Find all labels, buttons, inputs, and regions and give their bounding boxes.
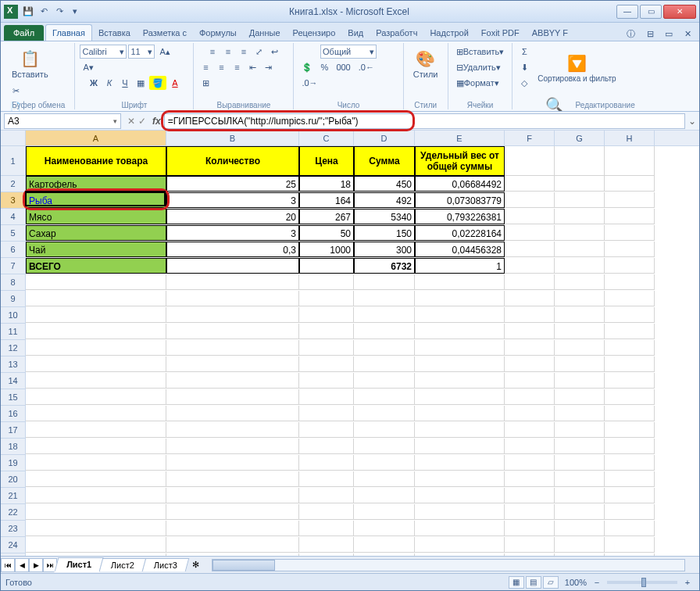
cell[interactable] <box>415 504 505 520</box>
sum-cell[interactable]: 5340 <box>354 209 415 224</box>
column-header-C[interactable]: C <box>299 131 354 145</box>
row-header-17[interactable]: 17 <box>1 422 26 439</box>
cell[interactable] <box>415 406 505 421</box>
cell[interactable] <box>354 340 415 356</box>
cell[interactable] <box>166 340 299 356</box>
comma-button[interactable]: 000 <box>333 60 353 74</box>
cell[interactable] <box>505 307 555 323</box>
sum-cell[interactable]: 300 <box>354 242 415 257</box>
cell[interactable] <box>505 521 555 536</box>
format-cells-button[interactable]: ▦ Формат ▾ <box>453 76 502 90</box>
ribbon-minimize-icon[interactable]: ⓘ <box>623 27 638 41</box>
cell[interactable] <box>555 242 605 257</box>
qat-redo[interactable]: ↷ <box>52 5 66 19</box>
cell[interactable] <box>555 340 605 356</box>
row-header-24[interactable]: 24 <box>1 537 26 553</box>
sheet-first-button[interactable]: ⏮ <box>1 558 15 572</box>
cell[interactable] <box>555 209 605 224</box>
weight-cell[interactable]: 0,02228164 <box>415 225 505 241</box>
cell[interactable] <box>605 340 655 356</box>
spreadsheet-grid[interactable]: 1Наименование товараКоличествоЦенаСуммаУ… <box>1 146 699 568</box>
cell[interactable] <box>299 307 354 323</box>
cell[interactable] <box>415 471 505 487</box>
cell[interactable] <box>605 406 655 421</box>
row-header-21[interactable]: 21 <box>1 488 26 504</box>
pagebreak-view-button[interactable]: ▱ <box>543 576 559 589</box>
header-cell[interactable]: Цена <box>299 146 354 176</box>
underline-button[interactable]: Ч <box>118 76 132 90</box>
cell[interactable] <box>505 225 555 241</box>
align-mid-button[interactable]: ≡ <box>221 45 235 59</box>
cell[interactable] <box>605 242 655 257</box>
cell[interactable] <box>505 373 555 389</box>
align-top-button[interactable]: ≡ <box>205 45 220 59</box>
cell[interactable] <box>26 471 166 487</box>
cell[interactable] <box>354 504 415 520</box>
cell[interactable] <box>26 307 166 323</box>
indent-inc-button[interactable]: ⇥ <box>261 60 275 74</box>
cell[interactable] <box>26 340 166 356</box>
cell[interactable] <box>166 422 299 438</box>
cell[interactable] <box>555 307 605 323</box>
qat-dropdown[interactable]: ▾ <box>68 5 82 19</box>
ribbon-tab-4[interactable]: Данные <box>243 25 287 41</box>
column-header-G[interactable]: G <box>555 131 605 145</box>
cell[interactable] <box>166 471 299 487</box>
name-cell[interactable]: Мясо <box>26 209 166 224</box>
weight-cell[interactable]: 0,793226381 <box>415 209 505 224</box>
cell[interactable] <box>354 455 415 471</box>
sum-cell[interactable]: 492 <box>354 192 415 208</box>
cell[interactable] <box>605 439 655 454</box>
ribbon-tab-3[interactable]: Формулы <box>193 25 243 41</box>
indent-dec-button[interactable]: ⇤ <box>245 60 259 74</box>
row-header-20[interactable]: 20 <box>1 471 26 488</box>
cell[interactable] <box>26 291 166 306</box>
close-button[interactable]: ✕ <box>663 5 696 19</box>
cell[interactable] <box>354 291 415 306</box>
header-cell[interactable]: Удельный вес от общей суммы <box>415 146 505 176</box>
row-header-7[interactable]: 7 <box>1 258 26 274</box>
header-cell[interactable]: Сумма <box>354 146 415 176</box>
ribbon-tab-0[interactable]: Главная <box>45 24 92 41</box>
cell[interactable] <box>605 373 655 389</box>
row-header-22[interactable]: 22 <box>1 504 26 521</box>
wrap-text-button[interactable]: ↩ <box>268 45 282 59</box>
ribbon-tab-1[interactable]: Вставка <box>92 25 137 41</box>
cell[interactable] <box>605 455 655 471</box>
cell[interactable] <box>166 291 299 306</box>
cell[interactable] <box>299 406 354 421</box>
price-cell[interactable]: 164 <box>299 192 354 208</box>
cell[interactable] <box>605 192 655 208</box>
cell[interactable] <box>26 455 166 471</box>
cell[interactable] <box>299 488 354 503</box>
price-cell[interactable]: 18 <box>299 176 354 192</box>
align-right-button[interactable]: ≡ <box>230 60 244 74</box>
sum-cell[interactable]: 150 <box>354 225 415 241</box>
minimize-button[interactable]: — <box>616 5 638 19</box>
cell[interactable] <box>555 176 605 192</box>
cell[interactable] <box>299 340 354 356</box>
cell[interactable] <box>415 439 505 454</box>
cell[interactable] <box>505 258 555 274</box>
file-tab[interactable]: Файл <box>4 25 44 41</box>
sort-filter-button[interactable]: 🔽 Сортировка и фильтр <box>533 49 620 86</box>
cell[interactable] <box>555 291 605 306</box>
weight-cell[interactable]: 0,06684492 <box>415 176 505 192</box>
column-header-A[interactable]: A <box>26 131 166 145</box>
cancel-formula-icon[interactable]: ✕ <box>127 116 135 127</box>
cell[interactable] <box>505 471 555 487</box>
cell[interactable] <box>26 274 166 290</box>
normal-view-button[interactable]: ▦ <box>509 576 524 589</box>
grow-font-button[interactable]: A▴ <box>156 45 173 59</box>
cell[interactable] <box>555 373 605 389</box>
price-cell[interactable]: 267 <box>299 209 354 224</box>
cell[interactable] <box>555 389 605 405</box>
price-cell[interactable]: 1000 <box>299 242 354 257</box>
cell[interactable] <box>299 537 354 553</box>
scrollbar-thumb[interactable] <box>212 560 275 571</box>
row-header-13[interactable]: 13 <box>1 356 26 373</box>
doc-close-icon[interactable]: ✕ <box>680 27 695 41</box>
cell[interactable] <box>415 307 505 323</box>
row-header-12[interactable]: 12 <box>1 340 26 356</box>
italic-button[interactable]: К <box>102 76 116 90</box>
